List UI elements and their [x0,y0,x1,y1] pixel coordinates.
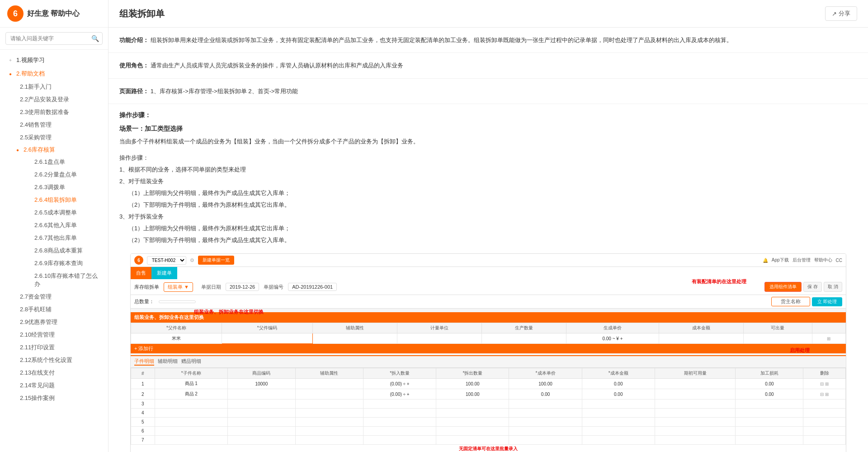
share-icon: ↗ [832,10,837,17]
mock-lower-tab2: 赠品明细 [181,358,201,366]
logo-icon: 6 [7,5,24,22]
sidebar-item-ledgererr[interactable]: 2.6.10库存账本错了怎么办 [29,270,108,290]
upper-th-2: *父件编码 [222,323,312,333]
sidebar-item-ops[interactable]: 2.10经营管理 [14,328,108,341]
mock-docno-label: 单据编号 [264,284,283,290]
mock-enable-btn[interactable]: 立 即处理 [812,297,842,306]
sidebar-item-faq[interactable]: 2.14常见问题 [14,379,108,392]
scene-title: 场景一：加工类型选择 [119,125,857,133]
mock-enable-input: 货主名称 [771,297,810,306]
upper-th-6: 生成单价 [566,323,659,333]
upper-row-1: 米米 0.00 ~ ¥ + ⊞ [131,333,846,344]
sidebar-item-otheroutstock[interactable]: 2.6.7其他出库单 [29,232,108,244]
sidebar-item-sales[interactable]: 2.4销售管理 [14,119,108,131]
step2-1: （1）上部明细为父件明细，最终作为产成品生成其它入库单； [119,187,857,199]
step3-2: （2）下部明细为子件明细，最终作为产成品生成其它入库单。 [119,234,857,246]
mock-upper-table: *父件名称 *父件编码 辅助属性 计量单位 生产数量 生成单价 成本金额 可出量 [131,323,846,344]
sidebar-item-goodscost[interactable]: 2.6.8商品成本重算 [29,244,108,257]
mock-tab-new[interactable]: 新建单 [151,267,177,279]
mock-doctype-label: 库存组拆单 [134,284,159,290]
mock-tabs-area: 自售 新建单 [131,267,846,279]
sidebar-item-inventory[interactable]: ● 2.6库存核算 [14,144,108,156]
lower-th-del: 删除 [803,368,846,379]
mock-lower-table: # *子件名称 商品编码 辅助属性 *拆入数量 *拆出数量 *成本单价 *成本金… [131,368,846,445]
upper-th-5: 生产数量 [481,323,566,333]
sidebar-item-costadj[interactable]: 2.6.5成本调整单 [29,206,108,219]
screenshot-container: 6 TEST-H002 ⚙ 新建单据一览 🔔 App下载 后台管理 帮助中心 C… [130,253,846,452]
expand-icon-video: ＋ [7,57,14,63]
upper-cell-qty [481,333,566,344]
upper-cell-cost [659,333,743,344]
sidebar-item-ledger[interactable]: 2.6.9库存账本查询 [29,257,108,270]
ops-title: 操作步骤： [119,111,857,119]
mock-tab-my[interactable]: 自售 [131,267,151,279]
sidebar-item-print[interactable]: 2.11打印设置 [14,341,108,354]
mock-confirm-btn[interactable]: 选用组件清单 [764,282,802,292]
mock-doctype-toggle[interactable]: 组装单 ▼ [164,282,193,292]
upper-cell-unit [397,333,481,344]
sidebar-item-mobile[interactable]: 2.8手机旺辅 [14,303,108,316]
sidebar-item-otherinstock[interactable]: 2.6.6其他入库单 [29,219,108,232]
sidebar-item-voucher[interactable]: 2.9优惠券管理 [14,316,108,328]
sidebar-nav: ＋ 1.视频学习 ● 2.帮助文档 2.1新手入门 2.2产品安装及登录 2.3… [0,50,108,452]
annotation-type: 组装业务、拆卸业务在这里切换 [194,309,264,315]
sidebar-item-stocktake[interactable]: 2.6.1盘点单 [29,156,108,168]
mock-upper-table-container: *父件名称 *父件编码 辅助属性 计量单位 生产数量 生成单价 成本金额 可出量 [131,323,846,344]
mock-qty-label: 总数量： [134,298,154,305]
mock-lower-header: 子件明细 辅助明细 赠品明细 启用处理 [131,355,846,368]
sidebar-item-adjust[interactable]: 2.6.3调拨单 [29,181,108,194]
intro-text: 功能介绍： 组装拆卸单用来处理企业组装或拆卸等加工业务，支持有固定装配清单的产品… [119,35,857,45]
sidebar: 6 好生意 帮助中心 🔍 ＋ 1.视频学习 ● 2.帮助文档 2.1新手入门 2… [0,0,108,452]
annotation-bottom: 无固定清单可在这里批量录入 [131,445,846,452]
mock-cancel-btn[interactable]: 取 消 [824,282,842,292]
annotation-enable: 启用处理 [790,347,810,354]
step2: 2、对于组装业务 [119,176,857,187]
mock-tab-extra [177,267,188,279]
sidebar-item-payment[interactable]: 2.13在线支付 [14,366,108,379]
sidebar-item-docs[interactable]: ● 2.帮助文档 [0,67,108,81]
sidebar-item-assembly[interactable]: 2.6.4组装拆卸单 [29,194,108,206]
upper-th-1: *父件名称 [131,323,222,333]
mock-add-row-btn[interactable]: + 添加行 [134,345,153,352]
sidebar-item-cases[interactable]: 2.15操作案例 [14,392,108,404]
sidebar-item-personalize[interactable]: 2.12系统个性化设置 [14,354,108,366]
ops-subtitle: 操作步骤： [119,152,857,164]
share-button[interactable]: ↗ 分享 [825,6,857,21]
inventory-sub-items: 2.6.1盘点单 2.6.2分量盘点单 2.6.3调拨单 2.6.4组装拆卸单 … [14,156,108,290]
sidebar-item-install[interactable]: 2.2产品安装及登录 [14,93,108,106]
intro-section: 功能介绍： 组装拆卸单用来处理企业组装或拆卸等加工业务，支持有固定装配清单的产品… [108,28,868,53]
sidebar-item-purchase[interactable]: 2.5采购管理 [14,131,108,144]
sidebar-item-funds[interactable]: 2.7资金管理 [14,290,108,303]
lower-th-4: *拆入数量 [363,368,436,379]
mock-lower-tab-active: 子件明细 [134,358,154,366]
upper-th-7: 成本金额 [659,323,743,333]
sidebar-item-newbie[interactable]: 2.1新手入门 [14,81,108,93]
search-icon: 🔍 [91,35,99,42]
sidebar-item-splitstocktake[interactable]: 2.6.2分量盘点单 [29,168,108,181]
search-area: 🔍 [0,28,108,50]
app-title: 好生意 帮助中心 [27,9,80,19]
mock-new-btn[interactable]: 新建单据一览 [198,256,234,265]
sidebar-item-video[interactable]: ＋ 1.视频学习 [0,53,108,67]
lower-th-1: *子件名称 [155,368,227,379]
lower-th-6: *成本单价 [509,368,582,379]
step2-2: （2）下部明细为子件明细，最终作为原材料生成其它出库单。 [119,199,857,211]
mock-subfields: 总数量： 组装业务、拆卸业务在这里切换 货主名称 立 即处理 [131,295,846,309]
mock-save-btn[interactable]: 保 存 [803,282,822,292]
docs-sub-items: 2.1新手入门 2.2产品安装及登录 2.3使用前数据准备 2.4销售管理 2.… [0,81,108,404]
lower-th-9: 加工损耗 [736,368,803,379]
mock-org-select[interactable]: TEST-H002 [147,256,186,265]
upper-cell-actions: ⊞ [812,333,845,344]
scene-desc: 当由多个子件材料组装成一个成品的业务为【组装】业务，当由一个父件拆分成多个子产品… [119,136,857,147]
sidebar-label-inventory: 2.6库存核算 [24,146,55,154]
sidebar-label-video: 1.视频学习 [16,56,45,64]
upper-th-9 [812,323,845,333]
mock-add-row-area: + 添加行 [131,344,846,353]
mock-logo: 6 [134,256,143,265]
upper-th-3: 辅助属性 [312,323,397,333]
mock-avatar: CC [836,258,842,263]
ops-section: 操作步骤： 场景一：加工类型选择 当由多个子件材料组装成一个成品的业务为【组装】… [108,104,868,452]
search-input[interactable] [5,32,103,45]
mock-bell-icon: 🔔 [763,258,768,263]
sidebar-item-data[interactable]: 2.3使用前数据准备 [14,106,108,119]
